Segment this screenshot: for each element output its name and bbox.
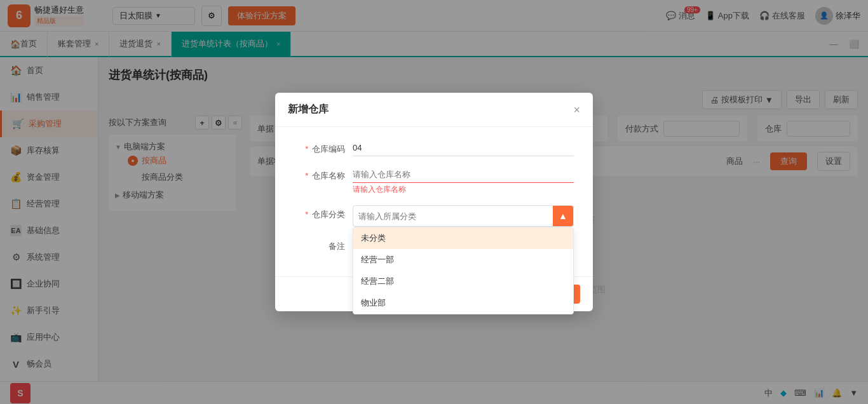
dropdown-item-dept2[interactable]: 经营二部: [353, 271, 573, 292]
name-label: * 仓库名称: [294, 166, 345, 182]
code-label: * 仓库编码: [294, 140, 345, 155]
code-input[interactable]: [353, 140, 574, 156]
dropdown-item-uncategorized[interactable]: 未分类: [353, 227, 573, 249]
category-dropdown: 未分类 经营一部 经营二部 物业部: [353, 227, 574, 314]
code-form-row: * 仓库编码: [294, 140, 574, 156]
category-input-row: ▲: [353, 205, 574, 227]
category-input-wrapper: ▲ 未分类 经营一部 经营二部 物业部: [353, 205, 574, 227]
name-form-row: * 仓库名称 请输入仓库名称: [294, 166, 574, 195]
modal-close-button[interactable]: ×: [573, 104, 580, 116]
category-dropdown-toggle[interactable]: ▲: [553, 206, 573, 226]
modal-title: 新增仓库: [288, 103, 329, 116]
code-input-wrapper: [353, 140, 574, 156]
name-error-msg: 请输入仓库名称: [353, 184, 574, 195]
name-input-wrapper: 请输入仓库名称: [353, 166, 574, 195]
modal-body: * 仓库编码 * 仓库名称 请输入仓库名称: [275, 127, 593, 276]
note-label: 备注: [294, 237, 345, 252]
modal-header: 新增仓库 ×: [275, 93, 593, 127]
name-input[interactable]: [353, 166, 574, 183]
dropdown-item-dept1[interactable]: 经营一部: [353, 249, 573, 271]
category-form-row: * 仓库分类 ▲ 未分类 经营一部 经营二部 物业部: [294, 205, 574, 227]
category-label: * 仓库分类: [294, 205, 345, 220]
dropdown-item-dept3[interactable]: 物业部: [353, 292, 573, 314]
add-warehouse-modal: 新增仓库 × * 仓库编码 * 仓库名称: [275, 93, 593, 311]
modal-overlay: 新增仓库 × * 仓库编码 * 仓库名称: [0, 0, 868, 404]
category-input[interactable]: [353, 208, 553, 224]
